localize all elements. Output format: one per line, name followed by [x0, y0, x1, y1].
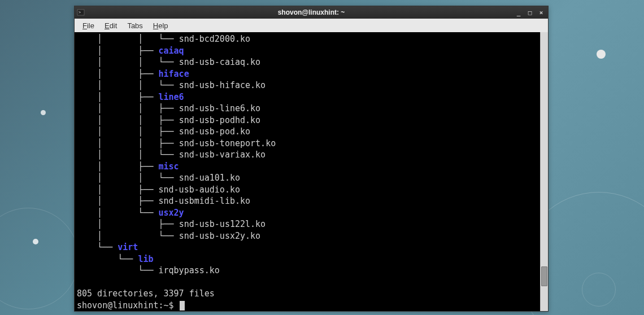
- menubar: File Edit Tabs Help: [75, 19, 548, 32]
- tree-file: snd-usbmidi-lib.ko: [159, 196, 251, 206]
- desktop-decoration: [41, 110, 46, 115]
- desktop-decoration: [33, 239, 38, 244]
- tree-file: snd-usb-audio.ko: [159, 185, 241, 195]
- tree-branch: │ ├──: [77, 219, 179, 229]
- tree-branch: │ │ └──: [77, 150, 179, 160]
- tree-dir: misc: [159, 161, 179, 172]
- tree-branch: │ │ ├──: [77, 138, 179, 148]
- tree-file: snd-usb-podhd.ko: [179, 115, 261, 125]
- menu-file[interactable]: File: [78, 20, 99, 31]
- window-title: shovon@linuxhint: ~: [278, 8, 345, 16]
- tree-branch: │ ├──: [77, 185, 159, 195]
- tree-dir: hiface: [159, 69, 189, 79]
- terminal-output[interactable]: │ │ └── snd-bcd2000.ko │ ├── caiaq │ │ └…: [75, 32, 540, 311]
- menu-help[interactable]: Help: [149, 20, 173, 31]
- tree-branch: │ │ ├──: [77, 103, 179, 113]
- tree-summary: 805 directories, 3397 files: [77, 288, 215, 299]
- tree-branch: │ ├──: [77, 161, 159, 172]
- tree-dir: usx2y: [159, 208, 184, 218]
- tree-file: snd-usb-caiaq.ko: [179, 57, 261, 67]
- tree-branch: │ │ └──: [77, 80, 179, 90]
- tree-dir: caiaq: [159, 46, 184, 56]
- tree-branch: │ ├──: [77, 92, 159, 102]
- tree-file: snd-bcd2000.ko: [179, 34, 250, 44]
- tree-file: snd-usb-variax.ko: [179, 150, 266, 160]
- tree-dir: virt: [118, 242, 138, 252]
- tree-branch: │ │ ├──: [77, 115, 179, 125]
- tree-file: snd-usb-pod.ko: [179, 126, 250, 137]
- tree-branch: └──: [77, 242, 118, 252]
- tree-dir: line6: [159, 92, 184, 102]
- tree-branch: │ ├──: [77, 46, 159, 56]
- tree-branch: │ │ └──: [77, 34, 179, 44]
- tree-file: snd-usb-toneport.ko: [179, 138, 276, 148]
- tree-branch: │ ├──: [77, 196, 159, 206]
- tree-file: irqbypass.ko: [159, 265, 220, 275]
- maximize-button[interactable]: □: [525, 8, 534, 16]
- desktop-decoration: [0, 208, 79, 309]
- svg-text:>: >: [79, 10, 81, 15]
- tree-branch: │ └──: [77, 208, 159, 218]
- minimize-button[interactable]: _: [514, 8, 523, 16]
- close-button[interactable]: ×: [537, 8, 546, 16]
- shell-prompt: shovon@linuxhint:~$: [77, 300, 179, 310]
- scrollbar[interactable]: [540, 32, 548, 311]
- tree-branch: │ │ └──: [77, 57, 179, 67]
- tree-file: snd-usb-us122l.ko: [179, 219, 266, 229]
- tree-branch: │ ├──: [77, 69, 159, 79]
- scrollbar-thumb[interactable]: [541, 266, 547, 286]
- tree-branch: │ └──: [77, 231, 179, 241]
- tree-file: snd-usb-usx2y.ko: [179, 231, 261, 241]
- tree-branch: └──: [77, 254, 138, 264]
- tree-file: snd-usb-line6.ko: [179, 103, 261, 113]
- menu-edit[interactable]: Edit: [100, 20, 121, 31]
- terminal-window: > shovon@linuxhint: ~ _ □ × File Edit Ta…: [74, 6, 549, 312]
- window-controls: _ □ ×: [514, 8, 546, 16]
- menu-tabs[interactable]: Tabs: [123, 20, 147, 31]
- tree-file: snd-usb-hiface.ko: [179, 80, 266, 90]
- tree-file: snd-ua101.ko: [179, 173, 240, 183]
- desktop-decoration: [582, 273, 616, 307]
- cursor: [180, 301, 185, 310]
- tree-branch: │ │ ├──: [77, 126, 179, 137]
- tree-branch: └──: [77, 265, 159, 275]
- titlebar[interactable]: > shovon@linuxhint: ~ _ □ ×: [75, 6, 548, 19]
- tree-dir: lib: [138, 254, 153, 264]
- desktop-decoration: [597, 50, 606, 59]
- terminal-icon: >: [77, 8, 85, 16]
- tree-branch: │ │ └──: [77, 173, 179, 183]
